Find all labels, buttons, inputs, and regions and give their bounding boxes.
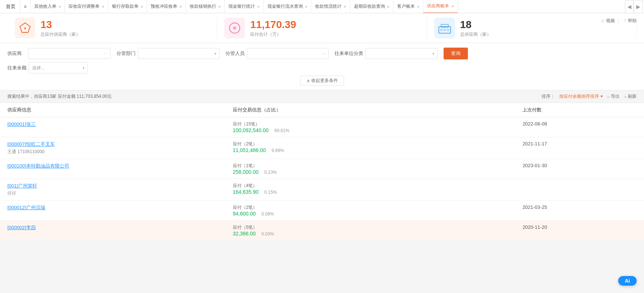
nav-tab-close-9[interactable]: × [387,4,389,9]
balance-select-text: 选择... [32,65,45,71]
supplier-input[interactable] [31,51,104,56]
payable-label-0: 应付（15笔） [233,121,476,127]
person-input-wrapper[interactable]: ··· [247,48,329,59]
result-bar-right: 排序： 按应付余额倒序排序 ▾ ○ 导出 ○ 刷新 [542,93,637,100]
nav-tab-label: 客户账本 [397,3,415,10]
sort-value: 按应付余额倒序排序 [559,94,599,99]
supplier-sub-3: 仔仔 [7,190,218,197]
nav-tab-10[interactable]: 客户账本 × [393,0,423,13]
payable-amount-2[interactable]: 258,000.00 [233,169,259,175]
payable-pct-1: 9.89% [272,148,284,153]
summary-icon-1: ♦ [15,18,35,38]
td-payable-2: 应付（1笔） 258,000.00 0.23% [225,159,483,179]
th-lastpay: 上次付数 [515,103,644,117]
summary-label-1: 总应付供应商（家） [41,31,80,38]
supplier-link-3[interactable]: [001]广州荣轩 [7,183,218,189]
person-label: 分管人员 [225,50,245,57]
sort-select[interactable]: 按应付余额倒序排序 ▾ [559,93,602,100]
query-button[interactable]: 查询 [444,48,468,59]
payable-amount-3[interactable]: 164,635.90 [233,189,259,195]
nav-tab-label: 银行存取款单 [112,3,139,10]
filter-item-supplier: 供应商 ··· [7,48,111,59]
nav-tab-close-10[interactable]: × [417,4,419,9]
supplier-link-2[interactable]: [000100]本特勤油品有限公司 [7,163,218,169]
last-pay-date-4: 2021-03-25 [522,204,547,210]
nav-tab-close-6[interactable]: × [257,4,259,9]
nav-tab-label: 其他收入单 [34,3,56,10]
payable-amount-1[interactable]: 11,051,486.00 [233,147,266,153]
svg-rect-7 [444,29,446,31]
nav-tab-close-11[interactable]: × [451,4,454,8]
nav-tab-close-1[interactable]: × [59,4,61,9]
export-button[interactable]: ○ 导出 [607,93,620,100]
th-pct [483,103,515,117]
nav-tab-8[interactable]: 收款情况统计 × [311,0,350,13]
nav-tab-5[interactable]: 收款核销执行 × [186,0,225,13]
svg-rect-6 [440,29,442,31]
nav-tab-4[interactable]: 预收冲应收单 × [147,0,186,13]
category-select[interactable]: ▾ [365,48,438,59]
payable-amount-5[interactable]: 32,366.00 [233,231,256,237]
collapse-button[interactable]: ∧ 收起更多条件 [300,76,344,86]
category-label: 往来单位分类 [335,50,363,57]
export-label: 导出 [611,93,620,100]
nav-tab-close-2[interactable]: × [102,4,104,9]
summary-number-2: 11,170.39 [250,18,296,31]
td-supplier-3: [001]广州荣轩 仔仔 [0,179,225,201]
nav-tab-7[interactable]: 现金银行流水查询 × [264,0,311,13]
payable-pct-3: 0.15% [265,190,277,195]
refresh-button[interactable]: ○ 刷新 [624,93,637,100]
top-right-links: ⊙ 视频 ｜ ? 帮助 [599,18,637,24]
supplier-link-4[interactable]: [000012]广州贝瑞 [7,204,218,211]
balance-chevron-icon: ▾ [83,66,84,70]
supplier-input-wrapper[interactable]: ··· [28,48,111,59]
filter-row-2: 往来余额 选择... ▾ [7,62,637,73]
summary-text-3: 18 总供应商（家） [460,18,491,38]
nav-tab-close-3[interactable]: × [141,4,143,9]
nav-tab-3[interactable]: 银行存取款单 × [108,0,147,13]
nav-tab-1[interactable]: 其他收入单 × [31,0,65,13]
help-link[interactable]: 帮助 [628,18,637,24]
td-pct-spacer-0 [483,117,515,137]
nav-tab-close-4[interactable]: × [179,4,182,9]
nav-tab-6[interactable]: 现金银行统计 × [225,0,263,13]
payable-amount-0[interactable]: 100,092,540.00 [233,127,269,133]
filter-item-category: 往来单位分类 ▾ [335,48,438,59]
data-table-container: 供应商信息 应付交易信息（占比） 上次付数 [000001]张三 应付（15笔）… [0,103,644,241]
nav-tab-11[interactable]: 供应商账本 × [423,0,458,13]
video-link[interactable]: 视频 [606,18,615,24]
nav-prev-arrow[interactable]: ◀ [625,0,634,13]
supplier-dots-icon[interactable]: ··· [104,51,107,56]
nav-next-arrow[interactable]: ▶ [634,0,643,13]
th-payable: 应付交易信息（占比） [225,103,483,117]
balance-select[interactable]: 选择... ▾ [29,62,88,73]
nav-tab-9[interactable]: 超期应收款查询 × [350,0,393,13]
svg-rect-8 [447,29,449,31]
nav-tab-close-7[interactable]: × [305,4,307,9]
summary-icon-2: ❄ [224,18,245,38]
department-select[interactable]: ▾ [138,48,220,59]
svg-text:♦: ♦ [24,26,26,30]
last-pay-date-1: 2021-11-17 [522,141,547,146]
category-chevron-icon: ▾ [433,52,434,56]
supplier-link-0[interactable]: [000001]张三 [7,121,218,128]
th-supplier: 供应商信息 [0,103,225,117]
summary-card-1: ♦ 13 总应付供应商（家） [7,18,217,38]
nav-tab-2[interactable]: 应收应付调整单 × [65,0,108,13]
supplier-link-5[interactable]: [000002]李四 [7,224,218,231]
payable-amount-4[interactable]: 94,600.00 [233,211,256,217]
help-icon: ? [624,18,626,24]
nav-tab-label: 收款情况统计 [315,3,342,10]
person-dots-icon[interactable]: ··· [322,51,325,56]
nav-tab-0[interactable]: ≡ [20,0,31,13]
person-input[interactable] [250,51,322,56]
result-bar: 搜索结果中，供应商13家 应付金额 111,703,854.00元 排序： 按应… [0,90,644,103]
supplier-link-1[interactable]: [000007]恒旺二手叉车 [7,141,218,148]
nav-tab-label: 收款核销执行 [190,3,216,10]
nav-tab-close-5[interactable]: × [218,4,221,9]
nav-tab-close-8[interactable]: × [344,4,346,9]
nav-tab-label: 供应商账本 [427,3,449,9]
nav-home[interactable]: 首页 [1,0,20,13]
summary-label-3: 总供应商（家） [460,31,491,38]
sort-chevron-icon: ▾ [601,94,603,99]
